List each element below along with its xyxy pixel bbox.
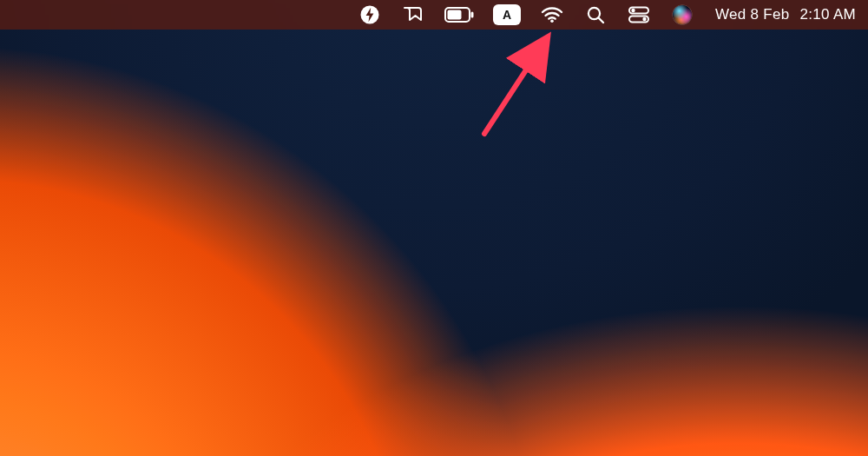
- bookmark-outline-icon[interactable]: [401, 0, 425, 30]
- wifi-icon[interactable]: [540, 0, 564, 30]
- desktop-wallpaper: [0, 0, 868, 456]
- siri-icon[interactable]: [670, 0, 694, 30]
- menu-bar-time: 2:10 AM: [800, 6, 856, 23]
- svg-line-6: [598, 18, 603, 23]
- menu-bar: A Wed 8 Feb 2:10 AM: [0, 0, 868, 30]
- svg-point-10: [642, 17, 646, 21]
- search-icon[interactable]: [583, 0, 608, 30]
- svg-point-8: [631, 9, 635, 12]
- svg-point-4: [550, 20, 554, 23]
- menu-bar-date: Wed 8 Feb: [715, 6, 790, 23]
- svg-rect-3: [447, 10, 461, 20]
- bolt-circle-icon[interactable]: [358, 0, 382, 30]
- battery-icon[interactable]: [444, 0, 474, 30]
- input-source-letter: A: [503, 8, 511, 22]
- input-source-icon[interactable]: A: [493, 0, 521, 30]
- svg-rect-2: [470, 12, 473, 18]
- menu-bar-datetime[interactable]: Wed 8 Feb 2:10 AM: [713, 0, 856, 30]
- control-center-icon[interactable]: [627, 0, 651, 30]
